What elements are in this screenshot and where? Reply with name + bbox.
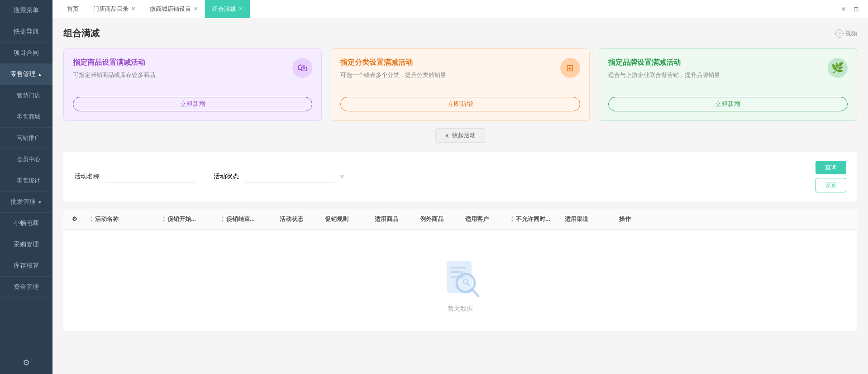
window-close-button[interactable]: ✕ (839, 5, 848, 14)
tabbar: 首页 门店商品目录 ✕ 微商城店铺设置 ✕ 组合满减 ✕ ✕ ⊡ (52, 0, 868, 18)
category-icon: ⊞ (560, 58, 580, 78)
leaf-icon: 🌿 (828, 58, 848, 78)
sidebar-item-purchase-mgmt[interactable]: 采购管理 (0, 234, 52, 255)
brand-card-title: 指定品牌设置满减活动 (608, 58, 848, 67)
th-channel: 适用渠道 (561, 210, 615, 229)
th-goods: 适用商品 (371, 210, 416, 229)
table-container: ⚙ ▲▼ 活动名称 ▲▼ 促销开始... ▲▼ 促销结束... 活动状态 (63, 209, 857, 331)
activity-name-input[interactable] (105, 171, 196, 182)
activity-name-label: 活动名称 (74, 173, 100, 181)
sidebar-item-quick-nav[interactable]: 快捷导航 (0, 21, 52, 43)
sidebar-item-xiaochangec[interactable]: 小畅电商 (0, 213, 52, 234)
tab-home[interactable]: 首页 (60, 0, 86, 18)
window-expand-button[interactable]: ⊡ (852, 5, 861, 14)
cards-row: 🛍 指定商品设置满减活动 可指定滞销商品或库存较多商品 立即新增 ⊞ 指定分类设… (63, 48, 857, 121)
tab-actions: ✕ ⊡ (839, 5, 861, 14)
sort-icon: ▲▼ (162, 216, 166, 223)
settings-button[interactable]: ⚙ (0, 351, 52, 374)
sidebar-item-member-center[interactable]: 会员中心 (0, 149, 52, 170)
activity-status-label: 活动状态 (214, 173, 239, 181)
sidebar-item-marketing[interactable]: 营销推广 (0, 128, 52, 149)
table-header: ⚙ ▲▼ 活动名称 ▲▼ 促销开始... ▲▼ 促销结束... 活动状态 (63, 209, 857, 230)
sort-icon: ▲▼ (90, 216, 93, 223)
activity-name-field: 活动名称 (74, 171, 196, 182)
close-icon[interactable]: ✕ (194, 6, 198, 12)
sort-icon: ▲▼ (510, 216, 514, 223)
svg-rect-2 (450, 271, 463, 273)
sidebar-item-inventory-calc[interactable]: 库存核算 (0, 255, 52, 277)
sidebar: 搜索菜单 快捷导航 项目合同 零售管理 ▲ 智慧门店 零售商城 营销推广 会员中… (0, 0, 52, 374)
collapse-activities-button[interactable]: ∧ 收起活动 (435, 128, 485, 143)
bag-icon: 🛍 (292, 58, 312, 78)
setting-button[interactable]: 设置 (816, 178, 846, 192)
th-rule: 促销规则 (321, 210, 371, 229)
page-title: 组合满减 (63, 27, 100, 39)
main-area: 首页 门店商品目录 ✕ 微商城店铺设置 ✕ 组合满减 ✕ ✕ ⊡ 组合满减 ▷ … (52, 0, 868, 374)
svg-rect-1 (450, 267, 466, 269)
th-activity-name[interactable]: ▲▼ 活动名称 (86, 210, 158, 229)
sidebar-item-retail-mgmt[interactable]: 零售管理 ▲ (0, 64, 52, 85)
th-customer: 适用客户 (462, 210, 507, 229)
video-link[interactable]: ▷ 视频 (835, 29, 857, 38)
th-end[interactable]: ▲▼ 促销结束... (217, 210, 276, 229)
tab-combo-discount[interactable]: 组合满减 ✕ (205, 0, 250, 18)
sidebar-item-project-contract[interactable]: 项目合同 (0, 43, 52, 64)
settings-icon: ⚙ (72, 216, 77, 222)
svg-point-5 (459, 277, 472, 289)
product-promo-card: 🛍 指定商品设置满减活动 可指定滞销商品或库存较多商品 立即新增 (63, 48, 322, 121)
collapse-bar: ∧ 收起活动 (63, 128, 857, 143)
brand-card-desc: 适合与上游企业联合做营销，提升品牌销量 (608, 71, 848, 91)
close-icon[interactable]: ✕ (131, 6, 135, 12)
sort-icon: ▲▼ (221, 216, 224, 223)
query-button[interactable]: 查询 (816, 161, 846, 174)
page-header: 组合满减 ▷ 视频 (63, 27, 857, 39)
sidebar-item-fund-mgmt[interactable]: 资金管理 (0, 277, 52, 298)
activity-status-select[interactable]: 全部 进行中 已结束 未开始 (244, 171, 335, 182)
sidebar-search[interactable]: 搜索菜单 (0, 0, 52, 21)
tab-store-catalog[interactable]: 门店商品目录 ✕ (86, 0, 143, 18)
tab-miniapp-store[interactable]: 微商城店铺设置 ✕ (143, 0, 205, 18)
activity-status-field: 活动状态 全部 进行中 已结束 未开始 ∨ (214, 171, 344, 182)
sidebar-item-wholesale-mgmt[interactable]: 批发管理 ▼ (0, 192, 52, 213)
empty-illustration (438, 257, 483, 297)
th-settings[interactable]: ⚙ (63, 210, 86, 228)
product-card-add-button[interactable]: 立即新增 (73, 97, 312, 111)
th-except: 例外商品 (416, 210, 462, 229)
chevron-down-icon: ▼ (38, 200, 42, 205)
search-area: 活动名称 活动状态 全部 进行中 已结束 未开始 ∨ 查询 设置 (63, 152, 857, 201)
no-data-svg (438, 257, 487, 302)
gear-icon: ⚙ (23, 358, 30, 367)
category-card-title: 指定分类设置满减活动 (340, 58, 580, 67)
brand-promo-card: 🌿 指定品牌设置满减活动 适合与上游企业联合做营销，提升品牌销量 立即新增 (599, 48, 857, 121)
sidebar-item-retail-mall[interactable]: 零售商城 (0, 106, 52, 128)
brand-card-add-button[interactable]: 立即新增 (608, 97, 848, 111)
product-card-title: 指定商品设置满减活动 (73, 58, 312, 67)
sidebar-item-retail-stats[interactable]: 零售统计 (0, 170, 52, 192)
product-card-desc: 可指定滞销商品或库存较多商品 (73, 71, 312, 91)
empty-text: 暂无数据 (448, 305, 473, 313)
svg-line-6 (472, 289, 478, 296)
th-notallow[interactable]: ▲▼ 不允许同时... (507, 210, 561, 229)
chevron-up-icon: ∧ (445, 132, 449, 139)
search-buttons: 查询 设置 (816, 161, 846, 192)
chevron-down-icon: ∨ (340, 173, 344, 180)
page-content: 组合满减 ▷ 视频 🛍 指定商品设置满减活动 可指定滞销商品或库存较多商品 立即… (52, 18, 868, 374)
category-promo-card: ⊞ 指定分类设置满减活动 可选一个或者多个分类，提升分类的销量 立即新增 (331, 48, 589, 121)
close-icon[interactable]: ✕ (238, 6, 243, 12)
category-card-add-button[interactable]: 立即新增 (340, 97, 580, 111)
th-action: 操作 (615, 210, 857, 229)
th-status: 活动状态 (276, 210, 321, 229)
th-start[interactable]: ▲▼ 促销开始... (158, 210, 217, 229)
chevron-up-icon: ▲ (38, 72, 42, 77)
category-card-desc: 可选一个或者多个分类，提升分类的销量 (340, 71, 580, 91)
sidebar-item-smart-store[interactable]: 智慧门店 (0, 85, 52, 106)
play-icon: ▷ (835, 29, 844, 38)
empty-state: 暂无数据 (63, 230, 857, 331)
